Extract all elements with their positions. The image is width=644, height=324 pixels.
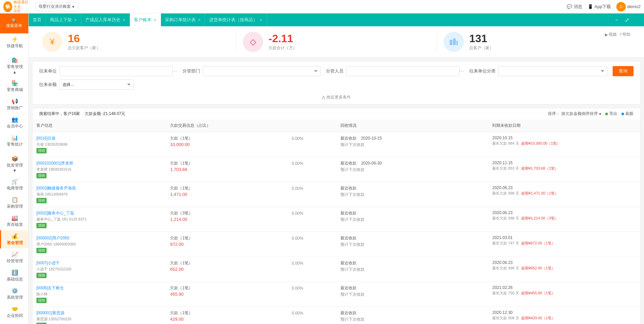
sidebar-item-retail-store[interactable]: 🏪 零售商城 xyxy=(0,77,28,95)
collapse-btn[interactable]: ⋀ 收起更多条件 xyxy=(322,94,351,100)
tab-purchase-order[interactable]: 采购订单统计表 ✕ xyxy=(161,13,205,26)
customer-name-7[interactable]: [000001]黄思源 xyxy=(36,310,162,316)
sidebar-item-basic-info[interactable]: ℹ️ 基础信息 xyxy=(0,267,28,285)
debt-amount-2: 1,471.00 xyxy=(170,192,283,197)
debt-ratio-4: 0.00% xyxy=(292,236,332,241)
search-button[interactable]: 查询 xyxy=(613,66,634,76)
supplier-input[interactable] xyxy=(59,66,173,76)
refresh-btn[interactable]: 刷新 xyxy=(621,111,634,117)
table-row: [000002]用户2050 用户2050 18665062050 现销 欠款（… xyxy=(32,232,640,257)
export-btn[interactable]: 导出 xyxy=(605,111,617,117)
sidebar-item-inventory[interactable]: 🏭 库存核算 xyxy=(0,212,28,230)
tab-products[interactable]: 商品上下架 ✕ xyxy=(46,13,81,26)
results-text: 搜索结果中，客户16家 欠款金额 -21,148.07元 xyxy=(39,111,125,117)
tab-close-purchase-stat[interactable]: ✕ xyxy=(259,18,262,22)
quick-nav-icon: ⚡ xyxy=(11,36,18,42)
customer-tag-2: 现销 xyxy=(36,198,47,203)
debt-label-6: 欠款（1笔） xyxy=(170,285,283,291)
collapse-row: ⋀ 收起更多条件 xyxy=(39,93,634,101)
overdue-link-5[interactable]: 超期¥652.00（1笔） xyxy=(521,266,555,270)
tab-minimize-btn[interactable]: － xyxy=(613,15,621,25)
sort-selector[interactable]: 排序： 按欠款金额倒序排序 ▾ xyxy=(548,111,601,117)
sidebar-item-retail-stat[interactable]: 📊 零售统计 xyxy=(0,132,28,150)
tab-close-purchase[interactable]: ✕ xyxy=(198,18,201,22)
supplier-dots[interactable]: ··· xyxy=(173,68,177,74)
tab-close-customer[interactable]: ✕ xyxy=(153,18,157,22)
sidebar-item-quick-nav[interactable]: ⚡ 快捷导航 xyxy=(0,33,28,52)
tab-actions: － ⤢ xyxy=(613,15,631,25)
person-dots[interactable]: ··· xyxy=(459,68,464,74)
overdue-link-2[interactable]: 超期¥1,471.00（1笔） xyxy=(521,191,558,195)
retail-mgmt-icon: 🛍️ xyxy=(11,57,18,63)
overdue-link-0[interactable]: 超期¥10,000.00（1笔） xyxy=(521,141,560,145)
debt-ratio-1: 0.00% xyxy=(292,161,332,166)
overdue-link-3[interactable]: 超期¥1,214.00（3笔） xyxy=(521,216,558,220)
customer-contact-2: 海燕 18513066976 xyxy=(36,192,162,197)
dept-select[interactable] xyxy=(203,66,320,76)
filter-row-2: 往来余额 选择... xyxy=(39,80,634,90)
tab-close-products[interactable]: ✕ xyxy=(74,18,77,22)
customer-name-6[interactable]: [0006]去下粮仓 xyxy=(36,285,162,291)
filter-dept: 分管部门 xyxy=(183,66,320,76)
overdue-link-1[interactable]: 超期¥1,703.68（1笔） xyxy=(521,166,558,170)
debt-ratio-6: 0.00% xyxy=(292,286,332,291)
sidebar-item-marketing[interactable]: 📢 营销推广 xyxy=(0,95,28,114)
customer-name-4[interactable]: [000002]用户2050 xyxy=(36,235,162,241)
customer-name-5[interactable]: [0007]小进千 xyxy=(36,260,162,266)
app-download-btn[interactable]: 📱 App下载 xyxy=(588,4,611,10)
customer-name-0[interactable]: [0016]吕俊 xyxy=(36,136,162,141)
overdue-link-4[interactable]: 超期¥672.00（1笔） xyxy=(521,241,555,245)
customer-info-cell-5: [0007]小进千 小进千 18279152100 现销 xyxy=(32,257,166,282)
balance-select[interactable]: 选择... xyxy=(59,80,134,90)
video-btn[interactable]: ▶ 视频 xyxy=(605,32,617,37)
sidebar-item-batch-mgmt[interactable]: 📦 批发管理 ▼ xyxy=(0,153,28,176)
message-btn[interactable]: 💬 消息 xyxy=(567,4,582,10)
table-row: [0003]畅捷服务尹海燕 海燕 18513066976 现销 欠款（1笔） 1… xyxy=(32,182,640,207)
debt-ratio-3: 0.00% xyxy=(292,211,332,216)
debt-label-cell-7: 欠款（1笔） 429.00 xyxy=(166,307,287,324)
customer-name-1[interactable]: [0001020001]李老师 xyxy=(36,160,162,166)
person-input[interactable] xyxy=(346,66,459,76)
debt-label-0: 欠款（1笔） xyxy=(170,136,283,141)
next-payment-0: 预计下次收款 xyxy=(340,142,484,148)
sidebar-item-enterprise[interactable]: 🤝 企业协同 xyxy=(0,303,28,321)
stat-icon-total xyxy=(444,32,464,52)
stat-label-1: 总欠款客户（家） xyxy=(68,45,100,51)
customer-name-2[interactable]: [0003]畅捷服务尹海燕 xyxy=(36,185,162,191)
tab-purchase-stat[interactable]: 进货单统计表（按商品） ✕ xyxy=(205,13,267,26)
sidebar-item-operation[interactable]: 📈 经营管理 xyxy=(0,248,28,267)
sidebar-item-newbie[interactable]: 🎯 新手引导 xyxy=(0,321,28,324)
table-row: [0002]服务中心_丁磊 服务中心_丁磊 181 0125 8371 现销 欠… xyxy=(32,207,640,232)
overdue-link-6[interactable]: 超期¥455.90（1笔） xyxy=(521,291,555,295)
company-selector[interactable]: 母婴行业演示账套 ▾ xyxy=(35,2,79,11)
sidebar-item-retail-mgmt[interactable]: 🛍️ 零售管理 ▲ xyxy=(0,54,28,77)
last-payment-6: 最近收款 xyxy=(340,285,484,291)
tab-inventory-history[interactable]: 产成品入库单历史 ✕ xyxy=(81,13,130,26)
customer-info-cell-7: [000001]黄思源 黄思源 13552700226 现销 xyxy=(32,307,166,324)
balance-label: 往来余额 xyxy=(39,82,57,88)
stat-number-1: 16 xyxy=(68,33,100,44)
tab-close-inventory[interactable]: ✕ xyxy=(122,18,125,22)
sidebar-item-system[interactable]: ⚙️ 系统管理 xyxy=(0,285,28,303)
overdue-link-7[interactable]: 超期¥429.00（1笔） xyxy=(521,316,555,320)
svg-rect-0 xyxy=(450,40,452,45)
due-date-1: 2020.11.15 xyxy=(492,160,636,165)
sidebar-item-finance[interactable]: 💰 资金管理 xyxy=(0,230,28,248)
customer-name-3[interactable]: [0002]服务中心_丁磊 xyxy=(36,210,162,216)
category-select[interactable] xyxy=(498,66,607,76)
sidebar-item-member[interactable]: 👥 会员中心 xyxy=(0,114,28,132)
filter-area: 往来单位 ··· 分管部门 分管人员 xyxy=(32,61,641,105)
results-bar: 搜索结果中，客户16家 欠款金额 -21,148.07元 排序： 按欠款金额倒序… xyxy=(32,108,641,119)
customer-info-cell-0: [0016]吕俊 吕俊 13026203696 现销 xyxy=(32,132,166,157)
customer-info-cell-3: [0002]服务中心_丁磊 服务中心_丁磊 181 0125 8371 现销 xyxy=(32,207,166,232)
debt-ratio-cell-1: 0.00% xyxy=(288,157,336,182)
tab-home[interactable]: 首页 xyxy=(29,13,46,26)
sidebar-item-purchase[interactable]: 📋 采购管理 xyxy=(0,194,28,212)
tab-customer-account[interactable]: 客户账本 ✕ xyxy=(130,13,161,26)
help-btn[interactable]: ? 帮助 xyxy=(619,32,631,37)
user-menu[interactable]: D demo2 xyxy=(616,2,641,11)
sidebar-item-ecommerce[interactable]: 🛒 电商管理 xyxy=(0,176,28,194)
tab-maximize-btn[interactable]: ⤢ xyxy=(623,16,631,25)
debt-ratio-cell-4: 0.00% xyxy=(288,232,336,257)
sidebar-search-btn[interactable]: 🔍 搜索菜单 xyxy=(0,16,28,31)
